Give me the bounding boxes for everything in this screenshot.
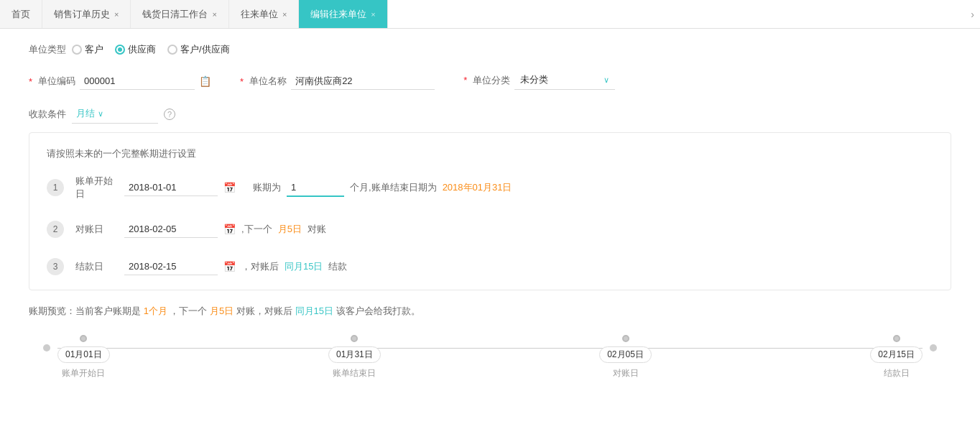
- timeline-node-0-dot: [80, 335, 87, 342]
- period-row-1-label: 账单开始日: [75, 175, 119, 201]
- period-months-input[interactable]: [287, 179, 344, 197]
- timeline-node-2-sublabel: 对账日: [613, 367, 639, 380]
- period-row-2-post: 对账: [308, 223, 326, 236]
- timeline-node-0-label: 01月01日: [57, 346, 110, 363]
- tab-partner-label: 往来单位: [241, 8, 278, 21]
- tab-partner-close[interactable]: ×: [282, 10, 287, 19]
- period-end-date: 2018年01月31日: [443, 181, 512, 194]
- unit-category-value: 未分类: [520, 73, 548, 86]
- radio-supplier-circle: [115, 45, 125, 55]
- radio-customer[interactable]: 客户: [72, 43, 103, 56]
- period-row-1-calendar-icon[interactable]: 📅: [223, 182, 236, 193]
- period-row-3-date-input[interactable]: [124, 258, 218, 275]
- unit-category-label: 单位分类: [473, 74, 510, 87]
- preview-prefix: 账期预览：当前客户账期是: [29, 305, 141, 316]
- period-row-3-calendar-icon[interactable]: 📅: [223, 261, 236, 272]
- radio-both[interactable]: 客户/供应商: [167, 43, 230, 56]
- timeline-node-3-dot: [893, 335, 900, 342]
- tab-home-label: 首页: [11, 8, 30, 21]
- unit-code-required: *: [29, 76, 32, 87]
- timeline-node-1-dot: [351, 335, 358, 342]
- timeline-node-0-sublabel: 账单开始日: [62, 367, 105, 380]
- timeline-node-2: 02月05日 对账日: [599, 335, 652, 380]
- unit-name-input[interactable]: 河南供应商22: [291, 73, 435, 90]
- tab-more-arrow[interactable]: ›: [965, 0, 980, 28]
- preview-text: 账期预览：当前客户账期是 1个月 ，下一个 月5日 对账，对账后 同月15日 该…: [29, 305, 951, 318]
- unit-type-label: 单位类型: [29, 43, 66, 56]
- section-title: 请按照未来的一个完整帐期进行设置: [47, 147, 933, 160]
- unit-code-input[interactable]: 000001: [80, 73, 195, 90]
- preview-mid2: 对账，对账后: [236, 305, 292, 316]
- payment-terms-chevron-icon: ∨: [98, 109, 103, 119]
- tab-edit-partner[interactable]: 编辑往来单位 ×: [299, 0, 387, 28]
- unit-category-required: *: [463, 75, 467, 86]
- period-row-2-calendar-icon[interactable]: 📅: [223, 224, 236, 235]
- tab-edit-partner-label: 编辑往来单位: [310, 8, 366, 21]
- tab-sales-history[interactable]: 销售订单历史 ×: [42, 0, 131, 28]
- period-row-3-num: 3: [47, 258, 64, 275]
- period-label: 账期为: [253, 181, 281, 194]
- timeline-left-dot: [43, 344, 50, 351]
- period-unit-text: 个月,账单结束日期为: [350, 181, 437, 194]
- tab-cash-work-label: 钱货日清工作台: [142, 8, 208, 21]
- unit-type-row: 单位类型 客户 供应商 客户/供应商: [29, 43, 951, 56]
- timeline-node-0: 01月01日 账单开始日: [57, 335, 110, 380]
- timeline-node-2-label: 02月05日: [599, 346, 652, 363]
- payment-terms-help-icon[interactable]: ?: [164, 109, 175, 120]
- radio-supplier-label: 供应商: [128, 43, 156, 56]
- period-row-2-highlight: 月5日: [278, 223, 302, 236]
- timeline-node-2-dot: [622, 335, 629, 342]
- period-row-2-label: 对账日: [75, 223, 119, 236]
- unit-info-row: * 单位编码 000001 📋 * 单位名称 河南供应商22 * 单位分类 未分…: [29, 70, 951, 90]
- tab-partner[interactable]: 往来单位 ×: [229, 0, 299, 28]
- period-row-1-date-input[interactable]: [124, 179, 218, 196]
- payment-terms-row: 收款条件 月结 ∨ ?: [29, 104, 951, 124]
- unit-name-required: *: [240, 76, 244, 87]
- timeline-node-1-sublabel: 账单结束日: [333, 367, 376, 380]
- main-content: 单位类型 客户 供应商 客户/供应商 * 单位编码 000001 📋 *: [0, 29, 980, 437]
- period-row-2-date-input[interactable]: [124, 221, 218, 238]
- preview-highlight1: 1个月: [144, 305, 167, 316]
- radio-both-label: 客户/供应商: [180, 43, 230, 56]
- period-row-3-post: 结款: [328, 260, 347, 273]
- radio-group-unit-type: 客户 供应商 客户/供应商: [72, 43, 230, 56]
- payment-terms-label: 收款条件: [29, 108, 66, 121]
- unit-code-label: 单位编码: [38, 75, 75, 88]
- radio-both-circle: [167, 45, 177, 55]
- timeline-wrapper: 01月01日 账单开始日 01月31日 账单结束日 02月05日 对账日 02月…: [29, 335, 951, 380]
- timeline-node-3: 02月15日 结款日: [870, 335, 923, 380]
- radio-customer-circle: [72, 45, 82, 55]
- period-row-2: 2 对账日 📅 ,下一个 月5日 对账: [47, 221, 933, 238]
- tab-cash-work[interactable]: 钱货日清工作台 ×: [131, 0, 228, 28]
- tab-edit-partner-close[interactable]: ×: [371, 10, 375, 19]
- tab-sales-history-close[interactable]: ×: [114, 10, 119, 19]
- timeline-node-3-sublabel: 结款日: [884, 367, 910, 380]
- period-row-3-label: 结款日: [75, 260, 119, 273]
- unit-name-label: 单位名称: [249, 75, 287, 88]
- timeline-nodes: 01月01日 账单开始日 01月31日 账单结束日 02月05日 对账日 02月…: [57, 335, 923, 380]
- payment-terms-value: 月结: [76, 107, 95, 120]
- radio-customer-label: 客户: [85, 43, 103, 56]
- radio-supplier[interactable]: 供应商: [115, 43, 156, 56]
- period-row-1: 1 账单开始日 📅 账期为 个月,账单结束日期为 2018年01月31日: [47, 175, 933, 201]
- period-row-2-pre: ,下一个: [241, 223, 272, 236]
- preview-suffix: 该客户会给我打款。: [336, 305, 420, 316]
- tab-home[interactable]: 首页: [0, 0, 42, 28]
- preview-highlight3: 同月15日: [295, 305, 333, 316]
- timeline-node-1: 01月31日 账单结束日: [328, 335, 381, 380]
- tab-cash-work-close[interactable]: ×: [212, 10, 216, 19]
- payment-terms-select[interactable]: 月结 ∨: [72, 104, 158, 124]
- preview-mid1: ，下一个: [170, 305, 207, 316]
- period-row-1-num: 1: [47, 179, 64, 196]
- preview-highlight2: 月5日: [210, 305, 234, 316]
- tabs-bar: 首页 销售订单历史 × 钱货日清工作台 × 往来单位 × 编辑往来单位 × ›: [0, 0, 980, 29]
- timeline-right-dot: [930, 344, 937, 351]
- tab-sales-history-label: 销售订单历史: [54, 8, 110, 21]
- period-row-2-num: 2: [47, 221, 64, 238]
- timeline-node-3-label: 02月15日: [870, 346, 923, 363]
- timeline-node-1-label: 01月31日: [328, 346, 381, 363]
- unit-category-chevron-icon: ∨: [604, 75, 609, 85]
- unit-category-select[interactable]: 未分类 ∨: [514, 70, 615, 90]
- period-row-3-highlight: 同月15日: [285, 260, 323, 273]
- unit-code-calendar-icon[interactable]: 📋: [199, 75, 211, 87]
